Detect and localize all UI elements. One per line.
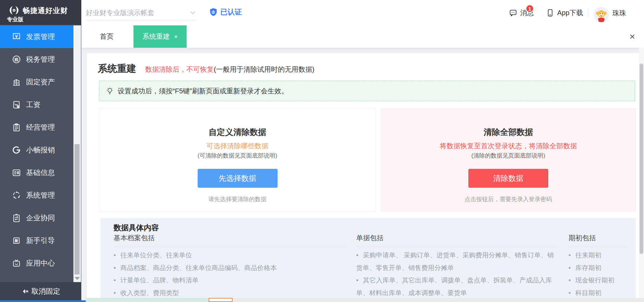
expense-icon xyxy=(12,145,21,155)
shield-icon: 企 xyxy=(209,7,218,17)
select-data-button[interactable]: 先选择数据 xyxy=(198,169,278,188)
sidebar-item-tax[interactable]: 税税务管理 xyxy=(0,48,73,71)
divider xyxy=(588,9,588,17)
base-info-icon xyxy=(12,168,21,177)
sidebar-item-collaboration[interactable]: 企业协同 xyxy=(0,207,73,229)
page-scrollbar[interactable] xyxy=(639,48,644,302)
banner-text: 设置成功后，须按“F5键”刷新页面或重新登录才会生效。 xyxy=(118,86,288,96)
guide-icon: 新 xyxy=(12,236,21,245)
messages-button[interactable]: 消息 xyxy=(509,0,534,25)
verified-badge: 企 已认证 xyxy=(209,7,242,17)
edition-label: 专业版 xyxy=(7,16,23,23)
column-list: •往来期初•库存期初•现金银行期初•科目期初 xyxy=(569,249,628,299)
bullet-icon: • xyxy=(114,277,116,284)
sidebar-scrollbar[interactable] xyxy=(73,25,81,282)
details-column-2: 期初包括•往来期初•库存期初•现金银行期初•科目期初 xyxy=(569,233,628,299)
sidebar-item-expense[interactable]: 小畅报销 xyxy=(0,139,73,161)
clear-all-card: 清除全部数据将数据恢复至首次登录状态，将清除全部数据(清除的数据见页面底部说明)… xyxy=(381,108,636,212)
sidebar-item-base-info[interactable]: 基础信息 xyxy=(0,161,73,184)
unpin-sidebar-button[interactable]: 取消固定 xyxy=(0,282,81,300)
bullet-icon: • xyxy=(114,264,116,271)
divider xyxy=(114,247,346,247)
clear-options-row: 自定义清除数据可选择清除哪些数据(可清除的数据见页面底部说明)先选择数据请先选择… xyxy=(99,108,636,212)
salary-icon xyxy=(12,100,21,109)
app-center-icon xyxy=(12,258,21,268)
brand-name: 畅捷通好业财 xyxy=(23,6,68,15)
horizontal-scrollbar-segment xyxy=(86,298,209,302)
warning-text-note: (一般用于清除试用时的无用数据) xyxy=(214,65,314,74)
details-title: 数据具体内容 xyxy=(114,223,159,233)
sidebar-item-label: 税务管理 xyxy=(26,55,55,64)
sidebar-item-label: 经营管理 xyxy=(26,123,55,132)
data-details-section: 数据具体内容 基本档案包括•往来单位分类、往来单位•商品档案、商品分类、往来单位… xyxy=(101,218,636,298)
sidebar-item-salary[interactable]: 工资 xyxy=(0,93,73,116)
column-list: •采购申请单、 采购订单、进货单、采购费用分摊单、销售订单、销货单、零售开单、销… xyxy=(356,249,559,299)
sidebar-item-label: 系统管理 xyxy=(26,190,55,200)
tab-label: 系统重建 xyxy=(142,32,170,41)
list-item: •收入类型、费用类型 xyxy=(114,287,346,300)
page-header: 系统重建 数据清除后，不可恢复 (一般用于清除试用时的无用数据) xyxy=(98,62,314,75)
bullet-icon: • xyxy=(569,289,571,297)
bullet-icon: • xyxy=(356,252,359,259)
page-scrollbar-thumb[interactable] xyxy=(640,63,643,254)
sidebar-item-label: 基础信息 xyxy=(26,168,55,177)
sidebar-item-label: 固定资产 xyxy=(26,77,55,87)
card-hint: 请先选择要清除的数据 xyxy=(208,195,267,203)
invoice-icon xyxy=(12,32,21,42)
taskbar-edge xyxy=(0,300,86,302)
collaboration-icon xyxy=(12,213,21,223)
account-book-value: 好业财专业版演示帐套 xyxy=(86,8,154,18)
app-download-label: App下载 xyxy=(557,8,583,18)
clear-data-button[interactable]: 清除数据 xyxy=(468,169,548,188)
sidebar-item-label: 发票管理 xyxy=(26,32,55,42)
system-icon xyxy=(12,190,21,200)
list-item: •库存期初 xyxy=(569,262,628,275)
lightbulb-icon xyxy=(105,86,114,95)
sidebar-item-invoice[interactable]: 发票管理 xyxy=(0,25,73,48)
username[interactable]: 珠珠 xyxy=(612,9,626,18)
sidebar-item-app-center[interactable]: 应用中心 xyxy=(0,252,73,275)
sidebar-item-label: 企业协同 xyxy=(26,213,55,223)
details-column-0: 基本档案包括•往来单位分类、往来单位•商品档案、商品分类、往来单位商品编码、商品… xyxy=(114,233,346,299)
list-item: •现金银行期初 xyxy=(569,274,628,287)
sidebar-scrollbar-thumb[interactable] xyxy=(74,144,80,275)
bullet-icon: • xyxy=(356,277,359,284)
sidebar-item-guide[interactable]: 新新手引导 xyxy=(0,229,73,252)
list-item: •往来单位分类、往来单位 xyxy=(114,249,346,262)
list-item: •采购申请单、 采购订单、进货单、采购费用分摊单、销售订单、销货单、零售开单、销… xyxy=(356,249,559,274)
horizontal-scrollbar xyxy=(86,298,644,302)
divider xyxy=(356,247,559,247)
app-download-button[interactable]: App下载 xyxy=(546,0,583,25)
column-header: 期初包括 xyxy=(569,233,628,243)
card-title: 清除全部数据 xyxy=(484,127,533,137)
card-subtitle: 可选择清除哪些数据 xyxy=(207,141,268,150)
chevron-down-icon xyxy=(189,9,197,16)
sidebar-item-business[interactable]: 经营管理 xyxy=(0,116,73,139)
sidebar-menu: 发票管理税税务管理固定资产工资经营管理小畅报销基础信息系统管理企业协同新新手引导… xyxy=(0,25,73,275)
svg-text:企: 企 xyxy=(211,10,215,14)
column-header: 基本档案包括 xyxy=(114,233,346,243)
page-title: 系统重建 xyxy=(98,62,136,75)
sidebar-item-label: 工资 xyxy=(26,100,40,109)
card-note: (清除的数据见页面底部说明) xyxy=(471,152,545,160)
unpin-label: 取消固定 xyxy=(32,287,60,296)
bullet-icon: • xyxy=(569,277,571,284)
avatar[interactable] xyxy=(594,7,609,22)
sidebar-item-label: 应用中心 xyxy=(26,258,55,268)
list-item: •商品档案、商品分类、往来单位商品编码、商品价格本 xyxy=(114,262,346,275)
list-item: •计量单位、品牌、物料清单 xyxy=(114,274,346,287)
sidebar-item-asset[interactable]: 固定资产 xyxy=(0,71,73,93)
account-book-select[interactable]: 好业财专业版演示帐套 xyxy=(86,5,197,20)
brand-logo-icon xyxy=(8,4,20,16)
close-page-icon[interactable]: × xyxy=(626,31,639,43)
tab-home[interactable]: 首页 xyxy=(88,25,125,48)
scroll-down-arrow-icon[interactable] xyxy=(74,277,80,280)
sidebar-item-system[interactable]: 系统管理 xyxy=(0,184,73,207)
tab-system-rebuild[interactable]: 系统重建× xyxy=(133,25,187,48)
sidebar-item-label: 小畅报销 xyxy=(26,145,55,155)
close-tab-icon[interactable]: × xyxy=(174,33,178,40)
collapse-pin-icon xyxy=(21,287,30,295)
svg-text:新: 新 xyxy=(14,239,19,243)
column-header: 单据包括 xyxy=(356,233,559,243)
sidebar-item-label: 新手引导 xyxy=(26,236,55,245)
